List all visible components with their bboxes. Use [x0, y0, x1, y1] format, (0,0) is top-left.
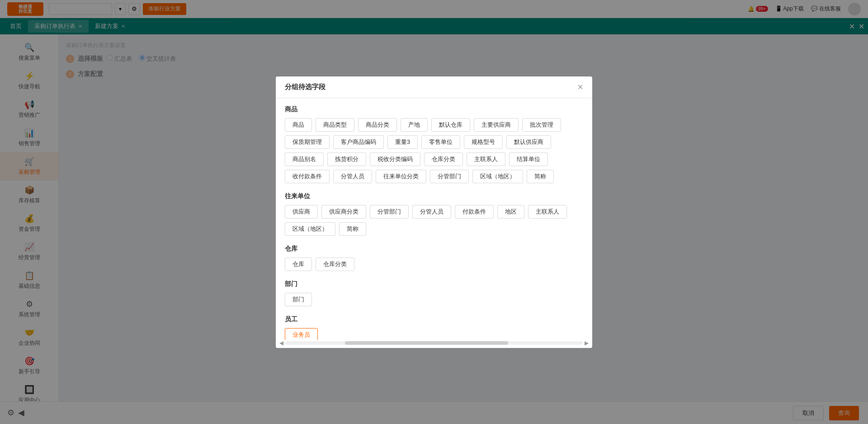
field-main-contact-2[interactable]: 主联系人 [528, 205, 567, 219]
section-counterparty: 往来单位 供应商 供应商分类 分管部门 分管人员 付款条件 地区 主联系人 区域… [285, 192, 583, 236]
field-warehouse-type[interactable]: 仓库分类 [316, 257, 354, 271]
field-product-alias[interactable]: 商品别名 [285, 152, 324, 166]
field-payment-condition[interactable]: 付款条件 [455, 205, 494, 219]
field-dept[interactable]: 分管部门 [430, 170, 469, 183]
field-warehouse[interactable]: 仓库 [285, 257, 312, 271]
field-region-product[interactable]: 区域（地区） [472, 170, 523, 183]
section-warehouse-fields: 仓库 仓库分类 [285, 257, 583, 271]
modal-overlay: 分组待选字段 ✕ 商品 商品 商品类型 商品分类 产地 默认仓库 主要供应商 批… [0, 0, 868, 424]
modal-header: 分组待选字段 ✕ [276, 76, 592, 98]
field-tax-code[interactable]: 税收分类编码 [370, 152, 420, 166]
section-product-title: 商品 [285, 105, 583, 114]
section-counterparty-title: 往来单位 [285, 192, 583, 200]
section-department-title: 部门 [285, 280, 583, 288]
field-abbr-product[interactable]: 简称 [527, 170, 554, 183]
field-supplier[interactable]: 供应商 [285, 205, 318, 219]
modal: 分组待选字段 ✕ 商品 商品 商品类型 商品分类 产地 默认仓库 主要供应商 批… [276, 76, 592, 348]
field-region-counterparty[interactable]: 区域（地区） [285, 222, 335, 236]
field-batch-manage[interactable]: 批次管理 [522, 118, 561, 132]
section-employee-title: 员工 [285, 315, 583, 324]
modal-close-button[interactable]: ✕ [577, 83, 583, 91]
field-product-category[interactable]: 商品分类 [358, 118, 397, 132]
field-weight[interactable]: 重量3 [387, 135, 418, 149]
section-department-fields: 部门 [285, 293, 583, 306]
modal-title: 分组待选字段 [285, 83, 326, 91]
scroll-right-arrow[interactable]: ▶ [585, 340, 589, 346]
field-customer-code[interactable]: 客户商品编码 [333, 135, 384, 149]
field-salesperson[interactable]: 业务员 [285, 328, 318, 340]
field-pick-points[interactable]: 拣货积分 [327, 152, 366, 166]
field-settlement-unit[interactable]: 结算单位 [509, 152, 548, 166]
field-supervisor-person[interactable]: 分管人员 [412, 205, 451, 219]
field-spec-model[interactable]: 规格型号 [464, 135, 503, 149]
field-department[interactable]: 部门 [285, 293, 312, 306]
field-product[interactable]: 商品 [285, 118, 312, 132]
field-warehouse-category[interactable]: 仓库分类 [424, 152, 463, 166]
field-counterparty-category[interactable]: 往来单位分类 [376, 170, 426, 183]
field-area[interactable]: 地区 [497, 205, 524, 219]
section-counterparty-fields: 供应商 供应商分类 分管部门 分管人员 付款条件 地区 主联系人 区域（地区） … [285, 205, 583, 236]
field-default-warehouse[interactable]: 默认仓库 [431, 118, 470, 132]
modal-body: 商品 商品 商品类型 商品分类 产地 默认仓库 主要供应商 批次管理 保质期管理… [276, 98, 592, 340]
section-department: 部门 部门 [285, 280, 583, 306]
field-default-supplier[interactable]: 默认供应商 [506, 135, 551, 149]
field-payment-terms[interactable]: 收付款条件 [285, 170, 330, 183]
field-shelf-life[interactable]: 保质期管理 [285, 135, 330, 149]
field-retail-unit[interactable]: 零售单位 [421, 135, 460, 149]
field-main-supplier[interactable]: 主要供应商 [474, 118, 519, 132]
section-warehouse-title: 仓库 [285, 245, 583, 253]
field-supplier-category[interactable]: 供应商分类 [321, 205, 366, 219]
scroll-left-arrow[interactable]: ◀ [279, 340, 283, 346]
field-supervisor[interactable]: 分管人员 [333, 170, 372, 183]
field-main-contact[interactable]: 主联系人 [467, 152, 505, 166]
field-origin[interactable]: 产地 [401, 118, 428, 132]
field-supervisor-dept[interactable]: 分管部门 [370, 205, 409, 219]
section-product-fields: 商品 商品类型 商品分类 产地 默认仓库 主要供应商 批次管理 保质期管理 客户… [285, 118, 583, 183]
field-abbr-counterparty[interactable]: 简称 [339, 222, 366, 236]
section-warehouse: 仓库 仓库 仓库分类 [285, 245, 583, 271]
field-product-type[interactable]: 商品类型 [316, 118, 354, 132]
section-product: 商品 商品 商品类型 商品分类 产地 默认仓库 主要供应商 批次管理 保质期管理… [285, 105, 583, 183]
section-employee-fields: 业务员 [285, 328, 583, 340]
section-employee: 员工 业务员 [285, 315, 583, 340]
